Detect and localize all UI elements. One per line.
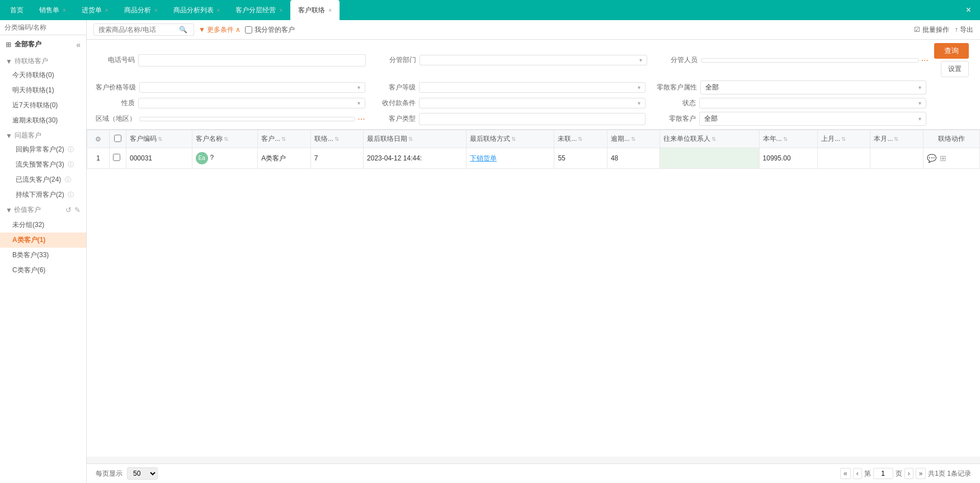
dept-select[interactable]: ▾	[420, 55, 647, 65]
price-grade-select[interactable]: ▾	[139, 82, 365, 93]
page-size-select[interactable]: 10 20 50 100	[127, 467, 158, 480]
tab-product-analysis-list[interactable]: 商品分析列表 ×	[166, 0, 228, 20]
tab-product-analysis-close[interactable]: ×	[154, 7, 158, 13]
sort-icon-this-month[interactable]: ⇅	[894, 136, 898, 142]
tab-customer-contact-close[interactable]: ×	[328, 7, 332, 13]
customer-type-input[interactable]	[419, 113, 646, 125]
edit-icon[interactable]: ✎	[74, 206, 81, 214]
retail-attr-chevron: ▾	[918, 84, 921, 91]
sidebar-item-declining[interactable]: 持续下滑客户(2) ⓘ	[0, 187, 86, 202]
sidebar-item-tomorrow[interactable]: 明天待联络(1)	[0, 83, 86, 98]
my-customers-checkbox-label[interactable]: 我分管的客户	[245, 25, 295, 35]
pending-contact-group[interactable]: ▼ 待联络客户	[0, 54, 86, 68]
page-number-input[interactable]	[873, 468, 893, 479]
close-all-tabs[interactable]: ×	[959, 5, 978, 15]
tab-customer-contact[interactable]: 客户联络 ×	[290, 0, 340, 20]
qr-icon[interactable]: ⊞	[940, 154, 946, 163]
sort-icon-category[interactable]: ⇅	[281, 136, 286, 142]
row-checkbox[interactable]	[113, 154, 120, 161]
more-conditions-btn[interactable]: ▼ 更多条件 ∧	[199, 25, 241, 35]
tab-product-analysis-label: 商品分析	[124, 6, 151, 15]
sidebar-item-overdue[interactable]: 逾期未联络(30)	[0, 113, 86, 128]
price-grade-label: 客户价格等级	[96, 83, 136, 92]
sidebar-item-b-class[interactable]: B类客户(33)	[0, 248, 86, 263]
sort-icon-not-contact[interactable]: ⇅	[578, 136, 582, 142]
batch-op-btn[interactable]: ☑ 批量操作	[914, 25, 949, 35]
checkbox-icon: ☑	[914, 26, 920, 34]
my-customers-checkbox[interactable]	[245, 26, 252, 34]
customer-grade-select[interactable]: ▾	[419, 82, 646, 93]
chat-icon[interactable]: 💬	[927, 154, 936, 163]
nature-select[interactable]: ▾	[138, 98, 365, 108]
export-btn[interactable]: ↑ 导出	[955, 25, 973, 35]
sort-icon-name[interactable]: ⇅	[224, 136, 228, 142]
tab-product-analysis[interactable]: 商品分析 ×	[116, 0, 166, 20]
value-customers-group[interactable]: ▼ 价值客户 ↺ ✎	[0, 202, 86, 217]
tab-customer-segment-close[interactable]: ×	[279, 7, 282, 13]
select-all-checkbox[interactable]	[114, 135, 121, 142]
tab-sales-close[interactable]: ×	[63, 7, 66, 13]
tab-purchase-close[interactable]: ×	[105, 7, 109, 13]
my-customers-label: 我分管的客户	[255, 25, 295, 35]
retail-customer-select[interactable]: 全部 ▾	[699, 112, 926, 126]
tab-product-analysis-list-close[interactable]: ×	[217, 7, 220, 13]
col-header-check	[110, 130, 126, 148]
status-select[interactable]: ▾	[699, 98, 926, 108]
sort-icon-last-month[interactable]: ⇅	[841, 136, 846, 142]
sort-icon-this-year[interactable]: ⇅	[783, 136, 788, 142]
sidebar-item-abnormal-repurchase[interactable]: 回购异常客户(2) ⓘ	[0, 142, 86, 157]
tab-home-label: 首页	[10, 6, 23, 15]
filter-cell-nature: 性质 ▾	[96, 98, 365, 108]
last-page-btn[interactable]: »	[916, 468, 926, 479]
retail-attr-select[interactable]: 全部 ▾	[700, 80, 926, 94]
collapse-sidebar-btn[interactable]: «	[76, 40, 81, 49]
sidebar-search-input[interactable]	[4, 23, 87, 31]
dept-label: 分管部门	[377, 55, 416, 65]
payment-select[interactable]: ▾	[419, 98, 646, 108]
col-settings-icon[interactable]: ⚙	[95, 135, 101, 143]
sort-icon-last-method[interactable]: ⇅	[511, 136, 516, 142]
search-input[interactable]	[98, 26, 177, 34]
sort-icon-contact[interactable]: ⇅	[334, 136, 339, 142]
sidebar-item-c-class[interactable]: C类客户(6)	[0, 263, 86, 278]
col-header-last-method: 最后联络方式⇅	[467, 130, 554, 148]
refresh-icon[interactable]: ↺	[65, 206, 72, 214]
sort-icon-code[interactable]: ⇅	[158, 136, 162, 142]
all-customers-header[interactable]: ⊞ 全部客户 «	[0, 35, 86, 54]
filter-cell-price-grade: 客户价格等级 ▾	[96, 82, 365, 93]
last-contact-method-link[interactable]: 下销货单	[470, 154, 497, 162]
region-select[interactable]	[139, 117, 355, 121]
settings-button[interactable]: 设置	[941, 61, 969, 77]
problem-customers-group[interactable]: ▼ 问题客户	[0, 128, 86, 142]
next-page-btn[interactable]: ›	[904, 468, 913, 479]
sidebar-item-ungrouped[interactable]: 未分组(32)	[0, 217, 86, 233]
phone-input[interactable]	[138, 54, 366, 67]
person-select[interactable]	[701, 58, 919, 63]
sidebar-item-churned[interactable]: 已流失客户(24) ⓘ	[0, 172, 86, 187]
sidebar-item-today[interactable]: 今天待联络(0)	[0, 68, 86, 83]
query-button[interactable]: 查询	[934, 43, 969, 59]
first-page-btn[interactable]: «	[840, 468, 851, 479]
sort-icon-last-date[interactable]: ⇅	[408, 136, 413, 142]
customer-name-block: Ea	[196, 152, 208, 164]
region-more-icon[interactable]: ···	[357, 114, 365, 124]
tab-home[interactable]: 首页	[2, 0, 31, 20]
customer-grade-chevron: ▾	[638, 84, 640, 91]
scroll-track	[87, 457, 980, 457]
prev-page-btn[interactable]: ‹	[853, 468, 862, 479]
tab-sales[interactable]: 销售单 ×	[31, 0, 74, 20]
col-header-category: 客户...⇅	[258, 130, 310, 148]
tab-customer-segment[interactable]: 客户分层经营 ×	[228, 0, 290, 20]
sort-icon-contacts[interactable]: ⇅	[712, 136, 716, 142]
tab-purchase[interactable]: 进货单 ×	[74, 0, 116, 20]
horizontal-scrollbar[interactable]	[87, 457, 980, 463]
more-conditions-label: 更多条件	[207, 25, 234, 35]
sidebar-item-7days[interactable]: 近7天待联络(0)	[0, 98, 86, 113]
search-icon[interactable]: 🔍	[179, 26, 187, 34]
sidebar-item-churn-warning[interactable]: 流失预警客户(3) ⓘ	[0, 157, 86, 172]
sidebar-item-a-class[interactable]: A类客户(1)	[0, 233, 86, 248]
person-more-icon[interactable]: ···	[921, 55, 929, 65]
churned-label: 已流失客户(24)	[16, 176, 61, 183]
customer-grade-label: 客户等级	[376, 83, 416, 92]
sort-icon-overdue[interactable]: ⇅	[631, 136, 635, 142]
